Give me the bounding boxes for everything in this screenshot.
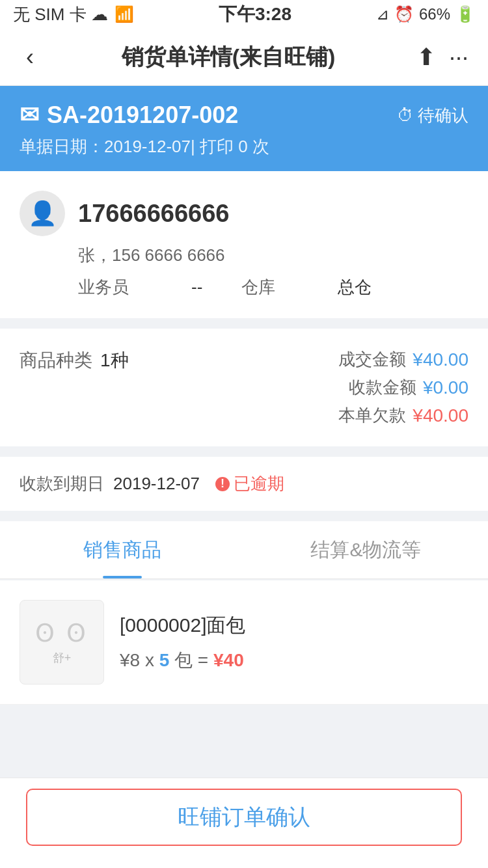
warehouse-label: 仓库 <box>241 276 275 299</box>
wifi-icon: 📶 <box>115 5 134 23</box>
customer-top: 👤 17666666666 <box>20 191 468 236</box>
warehouse-meta: 仓库 总仓 <box>241 276 372 299</box>
due-section: 收款到期日 2019-12-07 ! 已逾期 <box>0 457 488 511</box>
price-total: ¥40 <box>213 650 244 670</box>
order-header-top: ✉ SA-20191207-002 ⏱ 待确认 <box>20 102 468 129</box>
share-button[interactable]: ⬆ <box>416 44 436 71</box>
sales-label: 业务员 <box>78 276 129 299</box>
price-unit: 包 <box>174 650 193 670</box>
more-button[interactable]: ··· <box>449 44 468 71</box>
battery-text: 66% <box>419 5 450 23</box>
order-id: ✉ SA-20191207-002 <box>20 102 238 129</box>
product-price: ¥8 x 5 包 = ¥40 <box>120 648 468 673</box>
payment-value: ¥0.00 <box>423 377 468 398</box>
status-clock-icon: ⏱ <box>397 105 414 126</box>
order-date: 单据日期：2019-12-07| 打印 0 次 <box>20 135 468 158</box>
tab-products[interactable]: 销售商品 <box>0 521 244 578</box>
tab-settlement[interactable]: 结算&物流等 <box>244 521 488 578</box>
no-sim-text: 无 SIM 卡 ☁ <box>13 3 108 26</box>
debt-value: ¥40.00 <box>413 405 468 426</box>
bottom-bar: 旺铺订单确认 <box>0 778 488 868</box>
customer-avatar: 👤 <box>20 191 65 236</box>
page-title: 销货单详情(来自旺铺) <box>122 42 336 72</box>
transaction-value: ¥40.00 <box>413 349 468 370</box>
sales-value: -- <box>191 277 202 297</box>
order-date-value: 2019-12-07 <box>104 137 191 156</box>
price-qty: 5 <box>159 650 170 670</box>
product-item: ʘ ʘ 舒+ [0000002]面包 ¥8 x 5 包 = ¥40 <box>0 580 488 705</box>
status-text: 待确认 <box>418 104 468 127</box>
sales-meta: 业务员 -- <box>78 276 202 299</box>
product-type: 商品种类 1种 <box>20 348 129 373</box>
customer-phone: 17666666666 <box>78 200 229 228</box>
status-right: ⊿ ⏰ 66% 🔋 <box>376 5 475 23</box>
signal-icon: ⊿ <box>376 5 389 23</box>
order-header: ✉ SA-20191207-002 ⏱ 待确认 单据日期：2019-12-07|… <box>0 86 488 171</box>
overdue-badge: ! 已逾期 <box>215 472 284 495</box>
summary-row: 商品种类 1种 成交金额 ¥40.00 收款金额 ¥0.00 本单欠款 ¥40.… <box>20 348 468 427</box>
debt-amount: 本单欠款 ¥40.00 <box>338 404 468 427</box>
summary-section: 商品种类 1种 成交金额 ¥40.00 收款金额 ¥0.00 本单欠款 ¥40.… <box>0 329 488 446</box>
nav-bar: ‹ 销货单详情(来自旺铺) ⬆ ··· <box>0 29 488 86</box>
warehouse-value: 总仓 <box>338 276 372 299</box>
status-bar: 无 SIM 卡 ☁ 📶 下午3:28 ⊿ ⏰ 66% 🔋 <box>0 0 488 29</box>
price-base: ¥8 <box>120 650 140 670</box>
battery-icon: 🔋 <box>455 5 475 23</box>
payment-amount: 收款金额 ¥0.00 <box>349 376 468 399</box>
tab-underline <box>103 576 142 578</box>
product-type-value: 1种 <box>100 348 129 373</box>
owl-text: 舒+ <box>53 650 72 666</box>
tabs-section: 销售商品 结算&物流等 <box>0 521 488 579</box>
customer-info: 张，156 6666 6666 <box>20 244 468 267</box>
tab-products-label: 销售商品 <box>83 537 161 563</box>
products-section: ʘ ʘ 舒+ [0000002]面包 ¥8 x 5 包 = ¥40 <box>0 580 488 705</box>
price-equals: = <box>198 650 213 670</box>
overdue-dot-icon: ! <box>215 477 230 491</box>
due-date: 2019-12-07 <box>113 474 200 494</box>
avatar-icon: 👤 <box>28 200 57 227</box>
order-id-text: SA-20191207-002 <box>47 102 238 129</box>
tab-settlement-label: 结算&物流等 <box>310 537 421 563</box>
order-status: ⏱ 待确认 <box>397 104 468 127</box>
back-button[interactable]: ‹ <box>20 37 40 77</box>
overdue-text: 已逾期 <box>234 472 284 495</box>
debt-label: 本单欠款 <box>338 404 406 427</box>
payment-label: 收款金额 <box>349 376 416 399</box>
amounts: 成交金额 ¥40.00 收款金额 ¥0.00 本单欠款 ¥40.00 <box>338 348 468 427</box>
price-multiply: x <box>145 650 159 670</box>
status-time: 下午3:28 <box>219 2 291 27</box>
product-info: [0000002]面包 ¥8 x 5 包 = ¥40 <box>120 612 468 673</box>
status-left: 无 SIM 卡 ☁ 📶 <box>13 3 134 26</box>
due-label: 收款到期日 <box>20 472 104 495</box>
confirm-button[interactable]: 旺铺订单确认 <box>26 789 462 846</box>
product-type-label: 商品种类 <box>20 348 92 373</box>
customer-meta: 业务员 -- 仓库 总仓 <box>20 276 468 299</box>
product-image: ʘ ʘ 舒+ <box>20 600 104 685</box>
owl-icon: ʘ ʘ <box>35 619 89 647</box>
nav-actions: ⬆ ··· <box>416 44 468 71</box>
product-name: [0000002]面包 <box>120 612 468 639</box>
transaction-amount: 成交金额 ¥40.00 <box>338 348 468 371</box>
order-date-label: 单据日期： <box>20 137 104 156</box>
customer-section: 👤 17666666666 张，156 6666 6666 业务员 -- 仓库 … <box>0 171 488 318</box>
product-img-placeholder: ʘ ʘ 舒+ <box>35 619 89 666</box>
order-icon: ✉ <box>20 102 39 129</box>
transaction-label: 成交金额 <box>338 348 406 371</box>
clock-icon: ⏰ <box>394 5 414 23</box>
order-print-info: | 打印 0 次 <box>191 137 269 156</box>
